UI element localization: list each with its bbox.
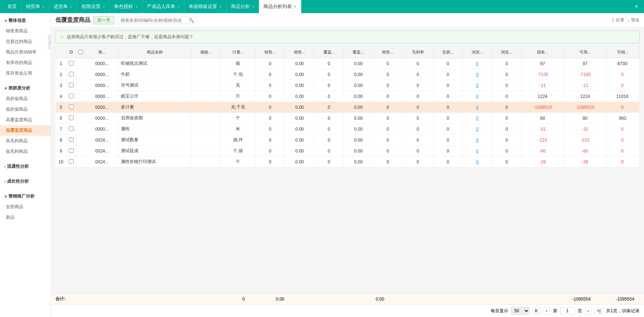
nav-tab-roles[interactable]: 角色授权 × (110, 0, 142, 13)
close-icon[interactable]: × (177, 4, 180, 9)
cell-browse1[interactable]: 0 (463, 80, 492, 91)
row-checkbox[interactable] (69, 72, 74, 76)
close-icon[interactable]: × (252, 4, 254, 9)
next-page-button[interactable]: › (585, 307, 592, 314)
cell-checkbox[interactable] (67, 80, 76, 91)
sidebar-item-low-coverage[interactable]: 低覆盖度商品 (0, 125, 51, 136)
first-page-button[interactable]: K (533, 307, 541, 314)
page-size-select[interactable]: 20 50 100 (511, 307, 530, 315)
cell-sellable: 0: (606, 135, 639, 146)
sidebar-item-traded-goods[interactable]: 交易过的商品 (0, 36, 51, 47)
cell-cover1: 0 (314, 58, 344, 69)
cell-checkbox[interactable] (67, 69, 76, 80)
cell-checkbox[interactable] (67, 102, 76, 113)
cell-browse1[interactable]: 0 (463, 91, 492, 102)
prev-page-button[interactable]: ‹ (543, 307, 550, 314)
sidebar-item-category-rate[interactable]: 商品分类动销率 (0, 47, 51, 58)
sidebar-section-title-overview[interactable]: ∨ 整体信息 (0, 15, 51, 26)
sidebar-item-low-value[interactable]: 低价值商品 (0, 104, 51, 115)
row-checkbox[interactable] (69, 126, 74, 131)
cell-sale1: 0 (255, 146, 285, 156)
cell-checkbox[interactable] (67, 146, 76, 156)
row-checkbox[interactable] (69, 159, 74, 164)
row-checkbox[interactable] (69, 148, 74, 153)
row-checkbox[interactable] (69, 137, 74, 142)
cell-browse1[interactable]: 0 (463, 146, 492, 156)
nav-tab-analysis-list[interactable]: 商品分析列表 × (259, 0, 301, 13)
row-checkbox[interactable] (69, 115, 74, 120)
row-checkbox[interactable] (69, 83, 74, 87)
close-icon[interactable]: × (70, 4, 72, 9)
table-container[interactable]: ⚙ 商... 商品名称 规格... 计量... 销售... 销售... 覆盖..… (51, 46, 644, 293)
select-all-checkbox[interactable] (78, 49, 83, 54)
th-settings[interactable]: ⚙ (67, 46, 76, 58)
cell-unit: 个 (220, 156, 255, 167)
cell-checkbox[interactable] (67, 91, 76, 102)
cell-checkbox[interactable] (67, 124, 76, 135)
cell-sale3: 0 (373, 102, 402, 113)
share-button[interactable]: ⤴ 分享 (612, 17, 624, 23)
page-number-input[interactable] (560, 307, 575, 314)
cell-checkbox[interactable] (67, 135, 76, 146)
nav-tab-permissions[interactable]: 权限设置 × (77, 0, 110, 13)
cell-browse1[interactable]: 0 (463, 135, 492, 146)
cell-empty (76, 69, 86, 80)
total-sale1: 0 (233, 297, 255, 302)
nav-tab-products[interactable]: 产成品入库单 × (142, 0, 184, 13)
last-page-button[interactable]: >| (594, 307, 603, 314)
sidebar-item-in-stock[interactable]: 有库存的商品 (0, 58, 51, 68)
nav-tab-home[interactable]: 首页 (3, 0, 21, 13)
cell-browse1[interactable]: 0 (463, 102, 492, 113)
search-input[interactable] (121, 18, 189, 23)
close-icon[interactable]: × (219, 4, 221, 9)
th-checkbox-all[interactable] (76, 46, 86, 58)
close-icon[interactable]: × (294, 4, 296, 9)
th-sale3: 销售... (373, 46, 402, 58)
sidebar-item-stock-capital[interactable]: 库存资金占用 (0, 68, 51, 79)
row-checkbox[interactable] (69, 94, 74, 98)
row-checkbox[interactable] (69, 61, 74, 66)
cell-checkbox[interactable] (67, 58, 76, 69)
sidebar-collapse-button[interactable]: « (48, 35, 51, 49)
close-icon[interactable]: × (103, 4, 105, 9)
row-checkbox[interactable] (69, 104, 74, 109)
date-filter-button[interactable]: 近一月 (93, 16, 114, 24)
cell-checkbox[interactable] (67, 156, 76, 167)
search-icon[interactable]: 🔍 (189, 18, 194, 23)
sidebar-item-sales-goods[interactable]: 销售类商品 (0, 26, 51, 36)
close-icon[interactable]: × (42, 4, 44, 9)
sidebar-item-high-margin[interactable]: 高毛利商品 (0, 136, 51, 146)
cell-current: 80 (521, 113, 564, 124)
cell-profit: 0 (402, 124, 433, 135)
sidebar-item-high-coverage[interactable]: 高覆盖度商品 (0, 115, 51, 125)
sidebar-section-title-growth[interactable]: › 成长性分析 (0, 176, 51, 187)
cell-name: 牛奶 (118, 69, 191, 80)
cell-unit: 个,包 (220, 69, 255, 80)
cell-code: 0000... (86, 91, 119, 102)
cell-browse1[interactable]: 0 (463, 58, 492, 69)
close-all-button[interactable]: × (632, 3, 641, 10)
sidebar-item-low-margin[interactable]: 低毛利商品 (0, 146, 51, 157)
cell-no: 7 (56, 124, 67, 135)
cell-browse1[interactable]: 0 (463, 124, 492, 135)
cell-browse1[interactable]: 0 (463, 113, 492, 124)
cell-browse1[interactable]: 0 (463, 156, 492, 167)
nav-tab-templates[interactable]: 单据模板设置 × (184, 0, 226, 13)
sidebar-section-title-category[interactable]: ∨ 类群度分析 (0, 83, 51, 94)
nav-tab-purchase[interactable]: 进货单 × (49, 0, 77, 13)
sidebar-item-high-value[interactable]: 高价值商品 (0, 94, 51, 104)
sidebar-item-new-goods[interactable]: 新品 (0, 212, 51, 223)
sidebar-section-title-liquidity[interactable]: › 流通性分析 (0, 161, 51, 172)
cell-cover2: 0.00 (344, 102, 373, 113)
gear-icon[interactable]: ⚙ (69, 49, 74, 55)
cell-profit: 0 (402, 146, 433, 156)
sidebar-section-title-marketing[interactable]: ∨ 营销推广分析 (0, 191, 51, 202)
cell-browse1[interactable]: 0 (463, 69, 492, 80)
nav-tab-sales[interactable]: 销货单 × (21, 0, 49, 13)
cell-sale2: 0.00 (285, 91, 314, 102)
close-icon[interactable]: × (135, 4, 137, 9)
sidebar-item-all-goods[interactable]: 全部商品 (0, 202, 51, 212)
cell-checkbox[interactable] (67, 113, 76, 124)
export-button[interactable]: ↓ 导出 (627, 17, 640, 23)
nav-tab-analysis[interactable]: 商品分析 × (227, 0, 259, 13)
